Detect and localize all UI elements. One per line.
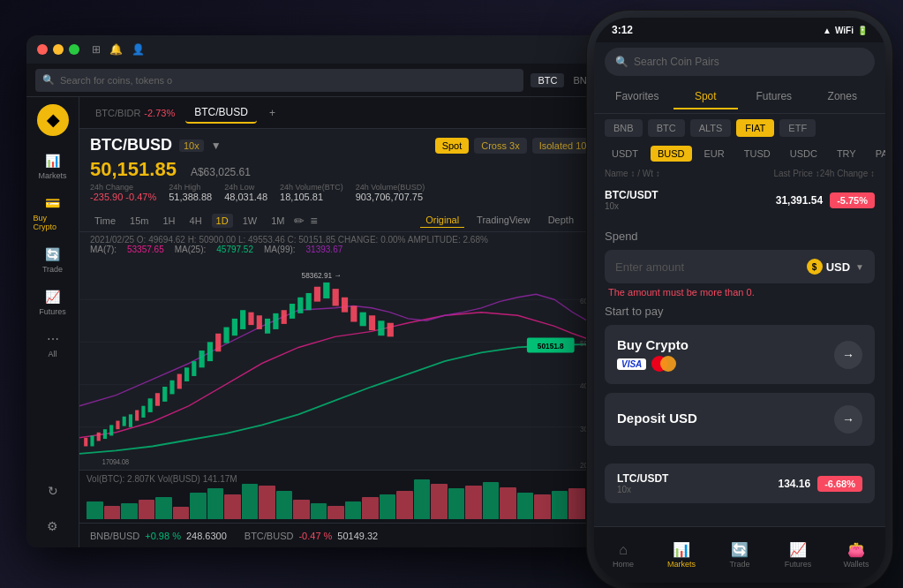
currency-chevron[interactable]: ▼ — [855, 262, 864, 272]
time-btn-1d[interactable]: 1D — [212, 214, 233, 228]
svg-rect-22 — [207, 342, 213, 361]
sidebar-item-markets[interactable]: 📊 Markets — [30, 147, 76, 185]
refresh-icon: ↻ — [44, 482, 62, 500]
mobile-nav-trade[interactable]: 🔄 Trade — [711, 536, 769, 574]
vol-bar — [173, 507, 190, 519]
buycrypto-icon: 💳 — [44, 194, 62, 212]
svg-rect-4 — [84, 438, 87, 447]
mobile-search-icon: 🔍 — [615, 56, 628, 68]
stat-vol-busd: 24h Volume(BUSD) 903,706,707.75 — [356, 183, 425, 202]
pair-tabs: BTC/BIDR -2.73% BTC/BUSD + — [79, 97, 609, 129]
coin-tab2-tusd[interactable]: TUSD — [737, 146, 778, 162]
traffic-light-yellow[interactable] — [53, 44, 64, 55]
mobile-tab-spot[interactable]: Spot — [673, 85, 739, 109]
mobile-tab-favorites[interactable]: Favorites — [605, 85, 670, 109]
spend-currency: $ USD ▼ — [807, 259, 864, 275]
coin-tab-bnb[interactable]: BNB — [605, 119, 643, 137]
leverage-badge[interactable]: 10x — [179, 139, 204, 152]
mobile-nav-wallets[interactable]: 👛 Wallets — [827, 536, 885, 574]
vol-bar — [380, 494, 396, 519]
time-btn-1m[interactable]: 1M — [267, 214, 289, 228]
mobile-nav-markets[interactable]: 📊 Markets — [652, 536, 711, 574]
svg-rect-6 — [97, 433, 101, 441]
vol-bar — [345, 501, 362, 519]
coin-tab2-pax[interactable]: PAX — [869, 146, 885, 162]
ohlc-text: 2021/02/25 O: 49694.62 H: 50900.00 L: 49… — [90, 235, 598, 245]
coin-tab2-usdc[interactable]: USDC — [783, 146, 824, 162]
indicator-icon[interactable]: ≡ — [310, 214, 317, 228]
mobile-nav-home[interactable]: ⌂ Home — [594, 537, 652, 574]
svg-rect-38 — [333, 289, 339, 305]
traffic-light-green[interactable] — [69, 44, 79, 55]
sidebar-item-trade[interactable]: 🔄 Trade — [30, 240, 76, 279]
view-tradingview[interactable]: TradingView — [471, 213, 536, 228]
vol-bar — [568, 488, 585, 519]
market-pair-name: BTC/USDT — [605, 189, 714, 201]
market-change-badge-container: -5.75% — [830, 192, 875, 208]
vol-bar — [139, 500, 155, 519]
sidebar-item-settings[interactable]: ⚙ — [30, 512, 76, 540]
coin-tab2-usdt[interactable]: USDT — [605, 146, 645, 162]
svg-rect-31 — [282, 310, 287, 324]
traffic-light-red[interactable] — [37, 44, 48, 55]
spend-input[interactable]: Enter amount — [615, 260, 807, 274]
mobile-search[interactable]: 🔍 Search Coin Pairs — [605, 48, 875, 76]
chart-pair-name: BTC/BUSD — [90, 136, 172, 155]
time-btn-4h[interactable]: 4H — [185, 214, 207, 228]
time-btn-1h[interactable]: 1H — [158, 214, 179, 228]
time-btn-1w[interactable]: 1W — [238, 214, 262, 228]
signal-icon: ▲ — [823, 26, 832, 35]
coin-tab2-try[interactable]: TRY — [830, 146, 863, 162]
coin-tab2-eur[interactable]: EUR — [697, 146, 732, 162]
stat-vol-busd-label: 24h Volume(BUSD) — [356, 183, 425, 192]
time-btn-time[interactable]: Time — [90, 214, 120, 228]
sidebar: ◆ 📊 Markets 💳 Buy Crypto 🔄 Trade 📈 Futur… — [26, 97, 79, 547]
mobile-tab-zones[interactable]: Zones — [810, 85, 876, 109]
mode-cross[interactable]: Cross 3x — [474, 138, 526, 154]
buy-crypto-arrow[interactable]: → — [834, 341, 862, 369]
pair-tab-add[interactable]: + — [260, 103, 284, 123]
deposit-usd-arrow[interactable]: → — [834, 405, 862, 433]
coin-tab-btc[interactable]: BTC — [648, 119, 685, 137]
mini-change-badge: -6.68% — [817, 476, 862, 492]
svg-rect-42 — [369, 315, 375, 330]
deposit-usd-card[interactable]: Deposit USD → — [605, 393, 875, 446]
coin-tab-etf[interactable]: ETF — [779, 119, 816, 137]
desktop-search[interactable]: 🔍 Search for coins, tokens o — [35, 69, 523, 92]
mini-leverage: 10x — [617, 485, 714, 494]
sidebar-item-futures[interactable]: 📈 Futures — [30, 283, 76, 321]
stat-high-value: 51,388.88 — [169, 192, 212, 202]
mobile-market-row-btc[interactable]: BTC/USDT 10x 31,391.54 -5.75% — [594, 182, 885, 219]
stat-low-label: 24h Low — [224, 183, 267, 192]
sidebar-item-buycrypto[interactable]: 💳 Buy Crypto — [30, 189, 76, 237]
pair-tab-btcbusd[interactable]: BTC/BUSD — [185, 102, 257, 124]
draw-icon[interactable]: ✏ — [294, 214, 305, 228]
svg-text:58362.91 →: 58362.91 → — [302, 271, 342, 281]
view-depth[interactable]: Depth — [543, 213, 579, 228]
spend-label: Spend — [605, 230, 875, 243]
svg-rect-10 — [123, 417, 126, 426]
svg-rect-27 — [248, 313, 253, 325]
mobile-nav-futures[interactable]: 📈 Futures — [769, 536, 827, 574]
chart-price: 50,151.85 — [90, 158, 177, 181]
top-tab-btc[interactable]: BTC — [531, 73, 564, 87]
vol-bar — [259, 486, 275, 519]
mode-isolated[interactable]: Isolated 10x — [532, 138, 598, 154]
coin-tab-alts[interactable]: ALTS — [690, 119, 732, 137]
ma99-label: MA(99): — [264, 245, 296, 254]
mode-spot[interactable]: Spot — [435, 138, 470, 154]
futures-nav-icon: 📈 — [789, 541, 807, 558]
svg-rect-13 — [141, 406, 145, 418]
coin-tab-fiat[interactable]: FIAT — [736, 119, 774, 137]
buy-crypto-card[interactable]: Buy Crypto VISA → — [605, 325, 875, 384]
time-btn-15m[interactable]: 15m — [125, 214, 153, 228]
coin-tab2-busd[interactable]: BUSD — [651, 146, 692, 162]
pair-tab-btcbidr[interactable]: BTC/BIDR -2.73% — [88, 106, 182, 120]
trade-label: Trade — [42, 265, 63, 274]
view-original[interactable]: Original — [420, 213, 464, 228]
mobile-tab-futures[interactable]: Futures — [741, 85, 807, 109]
sidebar-item-refresh[interactable]: ↻ — [30, 477, 76, 505]
search-placeholder: Search for coins, tokens o — [60, 75, 172, 86]
spend-input-row[interactable]: Enter amount $ USD ▼ — [605, 250, 875, 283]
sidebar-item-all[interactable]: ⋯ All — [30, 325, 76, 364]
